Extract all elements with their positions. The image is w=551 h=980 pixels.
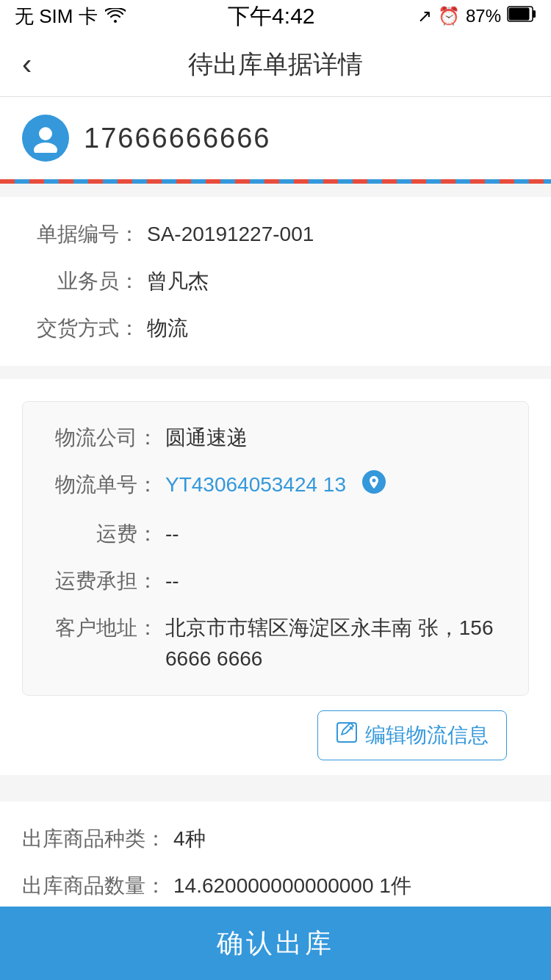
svg-point-5 [362,470,386,494]
status-bar: 无 SIM 卡 下午4:42 ↗ ⏰ 87% [0,0,551,32]
battery-icon [507,6,536,26]
tracking-label: 物流单号： [40,469,158,500]
status-right: ↗ ⏰ 87% [417,6,536,26]
logistics-card: 物流公司： 圆通速递 物流单号： YT43064053424 13 运费： --… [22,401,529,696]
address-value: 北京市市辖区海淀区永丰南 张，156 6666 6666 [165,613,511,674]
tracking-value: YT43064053424 13 [165,469,511,502]
tracking-row: 物流单号： YT43064053424 13 [40,469,511,502]
avatar [22,115,69,162]
confirm-label: 确认出库 [217,928,334,958]
sales-person-value: 曾凡杰 [147,266,529,297]
edit-logistics-button[interactable]: 编辑物流信息 [317,710,507,760]
product-types-label: 出库商品种类： [22,824,166,854]
freight-row: 运费： -- [40,519,511,550]
logistics-company-row: 物流公司： 圆通速递 [40,422,511,453]
status-left: 无 SIM 卡 [15,4,126,29]
sales-person-row: 业务员： 曾凡杰 [22,266,529,297]
product-quantity-row: 出库商品数量： 14.620000000000000 1件 [22,871,529,901]
edit-icon [336,721,358,749]
alarm-icon: ⏰ [438,6,460,26]
delivery-method-label: 交货方式： [22,313,140,344]
product-quantity-value: 14.620000000000000 1件 [173,871,529,901]
nav-bar: ‹ 待出库单据详情 [0,32,551,97]
dashed-separator [0,179,551,184]
svg-point-3 [39,127,52,140]
product-types-value: 4种 [173,824,529,854]
edit-logistics-label: 编辑物流信息 [365,721,489,749]
logistics-outer: 物流公司： 圆通速递 物流单号： YT43064053424 13 运费： --… [0,379,551,775]
svg-point-4 [34,143,57,153]
confirm-button[interactable]: 确认出库 [0,907,551,980]
page-title: 待出库单据详情 [188,48,363,82]
order-number-value: SA-20191227-001 [147,219,529,250]
customer-phone: 17666666666 [84,123,270,154]
svg-rect-1 [533,10,536,18]
freight-bearer-value: -- [165,566,511,597]
svg-rect-2 [508,8,529,21]
order-number-label: 单据编号： [22,219,140,250]
wifi-icon [105,5,126,28]
location-pin-icon[interactable] [362,470,386,502]
freight-bearer-label: 运费承担： [40,566,158,597]
logistics-company-label: 物流公司： [40,422,158,453]
edit-logistics-row: 编辑物流信息 [22,696,529,775]
address-label: 客户地址： [40,613,158,644]
back-button[interactable]: ‹ [22,48,32,81]
address-row: 客户地址： 北京市市辖区海淀区永丰南 张，156 6666 6666 [40,613,511,674]
order-info-section: 单据编号： SA-20191227-001 业务员： 曾凡杰 交货方式： 物流 [0,197,551,366]
product-types-row: 出库商品种类： 4种 [22,824,529,854]
order-number-row: 单据编号： SA-20191227-001 [22,219,529,250]
status-time: 下午4:42 [228,1,314,32]
sales-person-label: 业务员： [22,266,140,297]
logistics-company-value: 圆通速递 [165,422,511,453]
freight-label: 运费： [40,519,158,550]
delivery-method-value: 物流 [147,313,529,344]
delivery-method-row: 交货方式： 物流 [22,313,529,344]
product-quantity-label: 出库商品数量： [22,871,166,901]
battery-label: 87% [466,6,501,26]
carrier-label: 无 SIM 卡 [15,4,98,29]
location-icon: ↗ [417,6,432,26]
freight-value: -- [165,519,511,550]
section-divider [0,775,551,788]
customer-header: 17666666666 [0,97,551,179]
confirm-button-container: 确认出库 [0,907,551,980]
freight-bearer-row: 运费承担： -- [40,566,511,597]
